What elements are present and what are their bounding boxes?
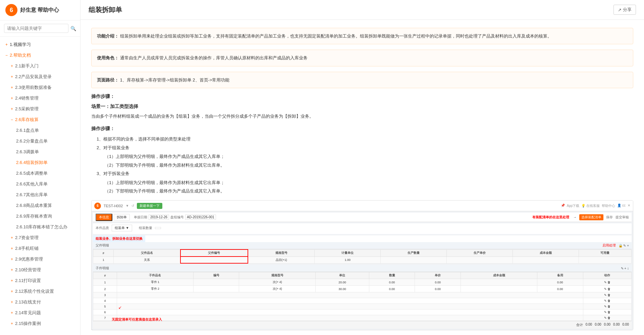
path-label: 页面路径：	[97, 77, 119, 82]
nav-prefix: +	[11, 300, 13, 304]
sidebar-item-coupon[interactable]: + 2.9优惠券管理	[0, 254, 80, 265]
fake-lower-cell-1-action: ✎ 🗑	[583, 279, 631, 286]
role-label: 使用角色：	[97, 55, 119, 60]
sidebar-item-stock[interactable]: − 2.6库存核算	[0, 114, 80, 125]
nav-prefix: −	[11, 117, 13, 122]
sidebar-item-install[interactable]: + 2.2产品安装及登录	[0, 71, 80, 82]
nav-prefix: +	[11, 74, 13, 79]
fake-lower-cell-4-empty	[117, 298, 583, 304]
fake-lower-cell-5-empty	[117, 304, 583, 310]
sidebar-item-goods-cost[interactable]: 2.6.8商品成本重算	[0, 200, 80, 211]
fake-lower-cell-6-num: 6	[93, 310, 117, 315]
fake-body: ☰📋📦💹⚙ 本信息 拆卸单 单据日期 2019-12-26 盘组编号 AD-2	[92, 211, 633, 330]
sidebar-item-docs[interactable]: − 2.帮助文档	[0, 50, 80, 61]
fake-th-prod-qty: 生产数量	[381, 249, 447, 257]
fake-th-parent-name: 父件品名	[114, 249, 180, 257]
sidebar-item-other-in[interactable]: 2.6.6其他入库单	[0, 179, 80, 189]
sidebar-item-sales[interactable]: + 2.4销售管理	[0, 93, 80, 104]
fake-th-parent-code: 父件编号	[180, 249, 248, 257]
ops-steps-title: 操作步骤：	[91, 94, 633, 100]
search-icon[interactable]: 🔍	[70, 26, 76, 31]
path-text: 1、库存核算->库存管理->组装拆卸单 2、首页->常用功能	[120, 77, 230, 82]
fake-lower-cell-6-empty	[117, 310, 583, 315]
fake-lower-th-cost: 成本金额	[461, 272, 537, 279]
fake-lower-row-5: 5 ✎ 🗑	[93, 304, 632, 310]
fake-avatar: 👤 cc	[617, 204, 626, 208]
fake-lower-cell-1-avail: 0.00	[537, 279, 583, 286]
search-input[interactable]	[4, 24, 68, 33]
nav-prefix: +	[11, 268, 13, 272]
fake-new-btn[interactable]: 新建单据一下	[137, 203, 162, 209]
sidebar-item-print[interactable]: + 2.11打印设置	[0, 275, 80, 286]
fake-select-list-btn[interactable]: 选择装配清单	[579, 214, 603, 220]
fake-upper-table: # 父件品名 父件编号 规格型号 计量单位 生产数量 生产单价 成本金额 可用量	[93, 249, 632, 264]
page-header: 组装拆卸单 ↗ 分享	[80, 0, 644, 20]
fake-cell-1-unit: 1.00	[315, 257, 381, 263]
fake-lower-cell-1-name: 零件 1	[117, 279, 193, 286]
fake-lower-cell-2-num: 2	[93, 286, 117, 292]
sidebar-item-ops[interactable]: + 2.10经营管理	[0, 265, 80, 275]
sidebar-item-stock-error[interactable]: 2.6.10库存账本错了怎么办	[0, 222, 80, 232]
fake-lower-cell-2-qty: 0.00	[369, 286, 415, 292]
fake-lower-cell-6-action: ✎ 🗑	[583, 310, 631, 315]
sidebar-item-new[interactable]: + 2.1新手入门	[0, 61, 80, 71]
fake-tab2[interactable]: 拆卸单	[114, 214, 130, 221]
fake-lower-row-1: 1 零件 1 次(+ 4) 20.00 0.00 0.00 0.00 ✎	[93, 279, 632, 286]
fake-dropdown-icon: ▼	[125, 204, 129, 208]
logo-area: 6 好生意 帮助中心	[0, 0, 80, 20]
sidebar-item-faq[interactable]: + 2.14常见问题	[0, 308, 80, 318]
share-button[interactable]: ↗ 分享	[613, 5, 636, 15]
fake-lower-th-num: #	[93, 272, 117, 279]
fake-type-selector-label: 本件品质	[96, 226, 109, 230]
fake-nav-icons: 📌 App下载 💡 在线客服 帮助中心 👤 cc ✕	[561, 204, 630, 208]
sidebar-item-inventory[interactable]: 2.6.1盘点单	[0, 125, 80, 136]
fake-series-val: AD-20191226-001	[185, 215, 216, 220]
fake-lower-cell-2-code	[193, 286, 239, 292]
fake-annotation4: 启用处理	[602, 243, 616, 248]
sidebar-item-mobile[interactable]: + 2.8手机旺铺	[0, 243, 80, 254]
fake-th-avail: 可用量	[579, 249, 632, 257]
sidebar-item-purchase[interactable]: + 2.5采购管理	[0, 104, 80, 114]
sidebar-item-finance[interactable]: + 2.7资金管理	[0, 232, 80, 243]
sidebar-item-adjust[interactable]: 2.6.3调拨单	[0, 147, 80, 157]
fake-lower-section-header: 子件明细 ✎ + ↕	[93, 265, 632, 272]
fake-total-3: 0.00	[604, 323, 610, 327]
fake-qty-label: 组装数量	[139, 226, 152, 230]
fake-cell-1-num: 1	[93, 257, 114, 263]
sidebar-item-online-pay[interactable]: + 2.13在线支付	[0, 297, 80, 308]
fake-lower-th-unit: 单位	[316, 272, 369, 279]
nav-prefix: +	[11, 289, 13, 294]
fake-annotation3: 组装业务、拆卸业务在这里切换	[93, 235, 145, 242]
sidebar-item-video[interactable]: + 1.视频学习	[0, 39, 80, 50]
fake-tab-active[interactable]: 本信息	[96, 214, 112, 221]
fake-date-val: 2019-12-26	[149, 215, 169, 220]
fake-form-row1: 本件品质 组装单 ▼ 组装数量	[96, 225, 629, 231]
sidebar-item-cases[interactable]: + 2.15操作案例	[0, 318, 80, 329]
fake-lower-cell-1-price: 0.00	[415, 279, 461, 286]
fake-lower-th-name: 子件品名	[117, 272, 193, 279]
search-area: 🔍	[0, 20, 80, 37]
fake-lower-cell-5-num: 5	[93, 304, 117, 310]
nav-prefix: +	[5, 42, 8, 47]
fake-type-dropdown[interactable]: 组装单 ▼	[112, 225, 132, 231]
logo-icon: 6	[5, 4, 17, 16]
sidebar-item-prepare[interactable]: + 2.3使用前数据准备	[0, 82, 80, 93]
fake-lower-cell-2-cost	[461, 286, 537, 292]
fake-nav-icon1: 📌	[561, 204, 565, 208]
sidebar-item-stock-query[interactable]: 2.6.9库存账本查询	[0, 211, 80, 222]
fake-app-id: TEST-H002	[104, 204, 123, 208]
fake-lower-cell-3-action: ✎ 🗑	[583, 292, 631, 298]
sidebar-item-split-inventory[interactable]: 2.6.2分量盘点单	[0, 136, 80, 147]
fake-cell-1-avail	[579, 257, 632, 263]
fake-lower-th-action: 动作	[583, 272, 631, 279]
sidebar-item-other-out[interactable]: 2.6.7其他出库单	[0, 189, 80, 200]
sidebar-item-cost-adjust[interactable]: 2.6.5成本调整单	[0, 168, 80, 179]
sidebar-item-assemble[interactable]: 2.6.4组装拆卸单	[0, 157, 80, 168]
fake-lower-cell-2-name: 零件 2	[117, 286, 193, 292]
fake-annotation1-text: 有装配清单的在这里处理	[532, 215, 569, 220]
fake-main-content: 本信息 拆卸单 单据日期 2019-12-26 盘组编号 AD-20191226…	[92, 211, 633, 330]
sidebar-item-customize[interactable]: + 2.12系统个性化设置	[0, 286, 80, 297]
steps-subtitle: 操作步骤：	[91, 126, 633, 132]
fake-qty-input[interactable]	[155, 227, 161, 229]
fake-lower-cell-1-spec: 次(+ 4)	[239, 279, 316, 286]
